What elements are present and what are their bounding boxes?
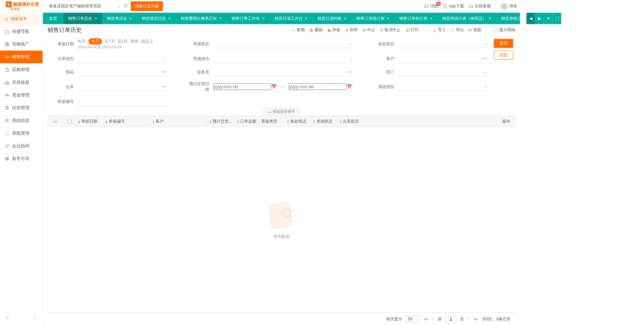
tab-sales-fee[interactable]: 销售费用分摊单历史✕ bbox=[176, 13, 227, 24]
tab-sales-order-workbench[interactable]: 销售订单工作台✕ bbox=[227, 13, 270, 24]
search-button[interactable]: 查询 bbox=[494, 39, 513, 48]
logo[interactable]: b 畅捷通好生意 标准版 bbox=[3, 1, 42, 11]
col-out-status[interactable]: ▴▾出库状态 bbox=[338, 116, 488, 127]
expect-date-to[interactable]: 📅 bbox=[287, 82, 353, 91]
add-button[interactable]: ＋新增 bbox=[291, 27, 305, 33]
close-icon[interactable]: ✕ bbox=[488, 16, 491, 21]
experience-button[interactable]: 体验行业方案 bbox=[131, 1, 163, 11]
sidebar-item-finance[interactable]: 资金管理 bbox=[0, 89, 43, 102]
close-icon[interactable]: ✕ bbox=[305, 16, 308, 21]
warehouse-picker[interactable]: ⋯ bbox=[76, 82, 168, 91]
sidebar-item-inventory[interactable]: 库存核算 bbox=[0, 76, 43, 89]
tab-sales-order-history[interactable]: 销售订单历史✕ bbox=[63, 13, 102, 24]
settings-button[interactable]: 设置 bbox=[494, 51, 513, 60]
collapse-conditions-button[interactable]: ︽ 收起更多条件 bbox=[263, 108, 300, 115]
sidebar-item-system[interactable]: 系统管理 bbox=[0, 127, 43, 140]
cancel-stop-button[interactable]: ⊙取消中止 bbox=[380, 27, 401, 33]
app-download-link[interactable]: App下载 bbox=[443, 3, 464, 9]
close-icon[interactable]: ✕ bbox=[168, 16, 171, 21]
date-tab-custom[interactable]: 自定义 bbox=[141, 39, 153, 44]
page-prev-icon[interactable]: ‹ bbox=[432, 317, 434, 321]
message-link[interactable]: 消息 6 bbox=[424, 3, 438, 9]
close-icon[interactable]: ✕ bbox=[262, 16, 265, 21]
close-icon[interactable]: ✕ bbox=[429, 16, 432, 21]
sidebar-search[interactable]: 搜索菜单 bbox=[0, 13, 43, 25]
date-tab-7days[interactable]: 近7天 bbox=[105, 39, 115, 44]
bill-status-select[interactable]: ⌄ bbox=[212, 40, 353, 48]
tab-daily-clear-workbench[interactable]: 钱货日清工作台✕ bbox=[270, 13, 313, 24]
date-tab-more[interactable]: 更多 bbox=[130, 39, 138, 44]
page-next-icon[interactable]: › bbox=[467, 317, 470, 321]
show-detail-checkbox[interactable]: 显示明细 bbox=[494, 27, 515, 33]
user-menu[interactable]: 用友 bbox=[501, 3, 517, 10]
tab-sales-stats-product[interactable]: 销货单统计表（按商品）✕ bbox=[437, 13, 496, 24]
stop-button[interactable]: ⊘中止 bbox=[362, 27, 375, 33]
gear-icon[interactable] bbox=[123, 3, 128, 9]
date-tab-yesterday[interactable]: 昨天 bbox=[78, 39, 86, 44]
tabs-close-all-icon[interactable]: ✕ bbox=[544, 13, 552, 24]
col-expect-date[interactable]: ▴▾预计交货... bbox=[208, 116, 235, 127]
tab-sales-order-stats[interactable]: 销售订单统计表✕ bbox=[352, 13, 395, 24]
tab-sales-history[interactable]: 销货单历史✕ bbox=[102, 13, 137, 24]
col-bill-code[interactable]: ▴▾单据编号 bbox=[104, 116, 151, 127]
date-tab-1month[interactable]: 近1月 bbox=[118, 39, 128, 44]
out-status-select[interactable]: ⌄ bbox=[76, 54, 168, 63]
audit-button[interactable]: ◉审核 bbox=[328, 27, 340, 33]
page-input[interactable] bbox=[445, 316, 457, 322]
col-amount[interactable]: ▴▾订单金额 bbox=[235, 116, 259, 127]
import-button[interactable]: ⭳导入 bbox=[432, 27, 446, 33]
close-icon[interactable]: ✕ bbox=[387, 16, 390, 21]
system-selector[interactable]: 装备及固定资产辅助管理系统 ⌄ bbox=[49, 3, 121, 9]
col-receive-status[interactable]: ▴▾收款状态 bbox=[285, 116, 311, 127]
tab-sales-return[interactable]: 销货退货历史✕ bbox=[137, 13, 176, 24]
finish-status-select[interactable]: ⌄ bbox=[212, 54, 353, 63]
ticket-type-select[interactable]: ⌄ bbox=[397, 82, 489, 91]
customer-picker[interactable]: ⋯ bbox=[397, 54, 489, 63]
unaudit-button[interactable]: ↺弃审 bbox=[345, 27, 358, 33]
export-button[interactable]: ⭱导出 bbox=[451, 27, 464, 33]
refresh-button[interactable]: ⟳刷新 bbox=[469, 27, 481, 33]
sidebar-item-business[interactable]: 经营管理 bbox=[0, 102, 43, 114]
per-page-select[interactable]: 50⌄ bbox=[406, 316, 419, 322]
tabs-scroll-right-icon[interactable]: ▶ bbox=[535, 13, 544, 24]
date-to-input[interactable] bbox=[289, 83, 347, 90]
sidebar-item-purchase[interactable]: 采购管理 bbox=[0, 63, 43, 76]
sidebar-item-quicknav[interactable]: 快捷导航 bbox=[0, 25, 43, 38]
tab-sales-order-exec[interactable]: 销售订单执行表✕ bbox=[395, 13, 437, 24]
select-all-checkbox[interactable] bbox=[63, 116, 76, 127]
dept-select[interactable]: ⌄ bbox=[397, 68, 489, 76]
page-first-icon[interactable]: ⏮ bbox=[423, 317, 428, 321]
date-from-input[interactable] bbox=[213, 83, 271, 90]
page-last-icon[interactable]: ⏭ bbox=[473, 317, 479, 321]
expect-date-from[interactable]: 📅 bbox=[212, 82, 278, 91]
col-customer[interactable]: ▴▾客户 bbox=[151, 116, 208, 127]
close-icon[interactable]: ✕ bbox=[94, 16, 97, 21]
settings-gear-icon[interactable] bbox=[5, 316, 9, 322]
sidebar-item-marketing[interactable]: 营销推广 bbox=[0, 38, 43, 51]
close-icon[interactable]: ✕ bbox=[219, 16, 222, 21]
col-ticket-type[interactable]: 票据类型 bbox=[259, 116, 285, 127]
table-settings-button[interactable] bbox=[48, 116, 63, 127]
fullscreen-icon[interactable] bbox=[552, 13, 561, 24]
tab-sales-stats-truncated[interactable]: 销货单统计 bbox=[496, 13, 526, 24]
print-button[interactable]: 🖨打印⌄ bbox=[405, 27, 423, 33]
sidebar-item-guide[interactable]: 新手引导 bbox=[0, 152, 43, 165]
sidebar-item-basic[interactable]: 基础信息 bbox=[0, 114, 43, 127]
collapse-sidebar-icon[interactable] bbox=[33, 316, 38, 322]
date-tab-today[interactable]: 今天 bbox=[89, 38, 102, 45]
online-service-link[interactable]: 在线客服 bbox=[469, 3, 491, 9]
sidebar-item-sales[interactable]: 销售管理 bbox=[0, 51, 43, 63]
delete-button[interactable]: 🗑删除 bbox=[309, 27, 323, 33]
close-icon[interactable]: ✕ bbox=[129, 16, 132, 21]
product-picker[interactable]: ⋯ bbox=[76, 68, 168, 76]
col-bill-date[interactable]: ▴▾单据日期 bbox=[76, 116, 104, 127]
bill-code-input[interactable] bbox=[76, 97, 168, 106]
col-bill-status[interactable]: ▴▾单据状态 bbox=[311, 116, 338, 127]
sidebar-item-collab[interactable]: 企业协同 bbox=[0, 140, 43, 152]
tab-daily-clear-recon[interactable]: 钱货日清对账✕ bbox=[313, 13, 352, 24]
bill-code-field[interactable] bbox=[78, 99, 167, 104]
receive-status-select[interactable]: ⌄ bbox=[397, 40, 489, 48]
close-icon[interactable]: ✕ bbox=[344, 16, 347, 21]
tabs-scroll-left-icon[interactable]: ◀ bbox=[526, 13, 535, 24]
tab-home[interactable]: 首页 bbox=[43, 13, 63, 24]
